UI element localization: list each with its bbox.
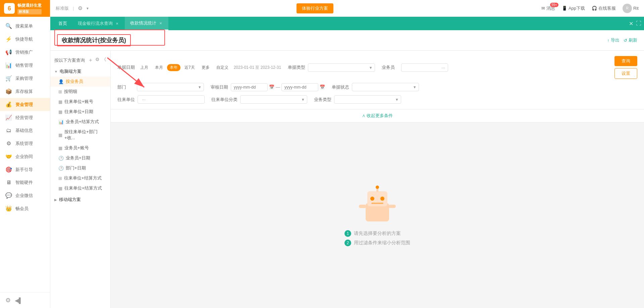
sidebar-item-system[interactable]: ⚙ 系统管理 [0, 137, 50, 150]
service-icon: 🎧 [592, 6, 597, 11]
shortcut-this-month[interactable]: 本月 [152, 64, 166, 71]
sidebar-item-hardware[interactable]: 🖥 智能硬件 [0, 176, 50, 189]
tabbar-actions: ✕ ⛶ [629, 20, 641, 27]
review-date-end[interactable] [281, 83, 318, 91]
sidebar-item-operation[interactable]: 📈 经营管理 [0, 111, 50, 124]
home-tab-label: 首页 [58, 20, 67, 27]
right-content: 单据日期 上月 本月 本年 近7天 更多 自定义 2023-01-01 至 20… [111, 51, 644, 308]
tab-bank-flow[interactable]: 现金银行流水查询 ✕ [72, 17, 125, 30]
counterpart-class-filter: 往来单位分类 ▾ [211, 95, 307, 104]
tab-home[interactable]: 首页 [53, 17, 72, 30]
counterpart-class-select[interactable]: ▾ [240, 95, 307, 104]
collapse-icon[interactable]: ◀▌ [15, 297, 22, 304]
tab-close-bank-flow[interactable]: ✕ [115, 21, 119, 26]
more-icon: ··· [441, 65, 445, 70]
app-download-button[interactable]: 📱 App下载 [562, 5, 585, 11]
svg-rect-4 [371, 203, 383, 204]
refresh-button[interactable]: ↺ 刷新 [624, 37, 637, 43]
refresh-icon: ↺ [624, 38, 627, 43]
scheme-label: 往来单位+日期 [64, 109, 93, 115]
hint-text-1: 请先选择要分析的方案 [354, 230, 401, 237]
sidebar-item-wechat[interactable]: 💬 企业微信 [0, 189, 50, 202]
fullscreen-icon[interactable]: ⛶ [636, 20, 641, 27]
scheme-by-salesperson[interactable]: 👤 按业务员 [50, 76, 110, 87]
calendar-icon1[interactable]: 📅 [269, 85, 274, 90]
scheme-counterpart-dept[interactable]: ▦ 按往来单位+部门+收... [50, 127, 110, 143]
sidebar-item-guide[interactable]: 🎯 新手引导 [0, 163, 50, 176]
salesperson-select[interactable]: ··· [401, 63, 448, 72]
expand-arrow: ▼ [54, 70, 58, 73]
sidebar-item-sales[interactable]: 📊 销售管理 [0, 59, 50, 72]
scheme-dept-date[interactable]: 🕐 部门+日期 [50, 163, 110, 173]
logo-icon: 6 [4, 3, 15, 14]
scheme-counterpart-date[interactable]: ▦ 往来单位+日期 [50, 107, 110, 117]
edition-badge: 标准版 [17, 9, 42, 14]
sidebar-item-search[interactable]: 🔍 搜索菜单 [0, 19, 50, 33]
tab-close-receipt-stat[interactable]: ✕ [158, 21, 163, 25]
close-all-icon[interactable]: ✕ [629, 20, 633, 27]
shortcut-last-month[interactable]: 上月 [138, 64, 151, 71]
scheme-by-detail[interactable]: ⊞ 按明细 [50, 87, 110, 97]
dropdown-icon[interactable]: ▾ [87, 6, 89, 11]
svg-point-6 [376, 186, 379, 189]
counterpart-select[interactable]: ··· [138, 95, 205, 104]
scheme-counterpart-settle2[interactable]: ▦ 往来单位+结算方式 [50, 183, 110, 193]
online-service-button[interactable]: 🎧 在线客服 [592, 5, 616, 11]
sidebar-item-label: 资金管理 [15, 102, 33, 108]
sidebar-item-member[interactable]: 👑 畅会员 [0, 202, 50, 215]
table-icon: ▦ [58, 99, 62, 104]
svg-point-2 [370, 197, 374, 201]
tab-receipt-stat[interactable]: 收款情况统计 ✕ [125, 17, 168, 30]
scheme-counterpart-account[interactable]: ▦ 往来单位+账号 [50, 97, 110, 107]
sidebar-item-inventory[interactable]: 📦 库存核算 [0, 85, 50, 98]
calendar-icon2[interactable]: 📅 [320, 85, 325, 90]
settings-button[interactable]: 设置 [614, 68, 637, 79]
sidebar-item-purchase[interactable]: 🛒 采购管理 [0, 72, 50, 85]
shortcut-custom[interactable]: 自定义 [214, 64, 231, 71]
shortcut-7days[interactable]: 近7天 [182, 64, 198, 71]
trial-button[interactable]: 体验行业方案 [297, 3, 333, 13]
sidebar: 6 畅捷通好生意 标准版 🔍 搜索菜单 ⚡ 快捷导航 📢 营销推广 📊 销售管理… [0, 0, 50, 308]
settings-icon[interactable]: ⚙ [5, 297, 11, 304]
finance-icon: 💰 [5, 101, 12, 108]
date-range-display: 2023-01-01 至 2023-12-31 [234, 65, 281, 70]
body-wrapper: 按以下方案查询 ＋ ⚙ 《 ▼ 电脑端方案 👤 按业务员 ⊞ [50, 51, 644, 308]
sidebar-item-enterprise[interactable]: 🤝 企业协同 [0, 150, 50, 163]
page-title: 收款情况统计(按业务员) [57, 34, 131, 46]
voucher-status-filter: 单据状态 ▾ [332, 83, 419, 91]
scheme-salesperson-account[interactable]: ▦ 业务员+账号 [50, 143, 110, 153]
collapse-scheme-icon[interactable]: 《 [102, 57, 106, 64]
shortcut-this-year[interactable]: 本年 [167, 64, 180, 71]
review-date-filter: 审核日期 📅 — 📅 [211, 83, 325, 91]
topbar: 标准版 | ⚙ ▾ 体验行业方案 ✉ 消息 99+ 📱 App下载 🎧 在线客服… [50, 0, 644, 17]
sidebar-item-label: 营销推广 [15, 49, 33, 55]
add-scheme-icon[interactable]: ＋ [88, 57, 93, 64]
message-button[interactable]: ✉ 消息 99+ [541, 5, 555, 11]
gear-icon[interactable]: ⚙ [78, 5, 83, 11]
desktop-group-title[interactable]: ▼ 电脑端方案 [50, 66, 110, 76]
settings-scheme-icon[interactable]: ⚙ [95, 57, 100, 64]
dept-select[interactable]: ▾ [137, 83, 204, 91]
svg-rect-1 [367, 191, 387, 206]
sidebar-item-finance[interactable]: 💰 资金管理 [0, 98, 50, 111]
mobile-scheme-group: ▶ 移动端方案 [50, 195, 110, 205]
sidebar-item-marketing[interactable]: 📢 营销推广 [0, 46, 50, 59]
hint-item-2: 2 用过滤条件来缩小分析范围 [344, 240, 410, 246]
mobile-group-title[interactable]: ▶ 移动端方案 [50, 195, 110, 205]
collapse-bar[interactable]: ∧ 收起更多条件 [111, 109, 644, 122]
scheme-counterpart-settle1[interactable]: ⊞ 往来单位+结算方式 [50, 173, 110, 183]
scheme-salesperson-date[interactable]: 🕐 业务员+日期 [50, 153, 110, 163]
breadcrumb: 标准版 [56, 5, 69, 11]
voucher-status-select[interactable]: ▾ [352, 83, 419, 91]
dots-icon[interactable]: ··· [142, 97, 146, 102]
sidebar-item-basic[interactable]: 🗂 基础信息 [0, 124, 50, 137]
voucher-type-select[interactable]: ▾ [308, 63, 375, 72]
review-date-start[interactable] [231, 83, 268, 91]
query-button[interactable]: 查询 [614, 56, 637, 66]
scheme-salesperson-settle[interactable]: 📊 业务员+结算方式 [50, 117, 110, 127]
business-type-select[interactable]: ▾ [334, 95, 401, 104]
export-button[interactable]: ↑ 导出 [607, 37, 620, 43]
user-area[interactable]: R Rit [623, 4, 639, 13]
sidebar-item-quick-nav[interactable]: ⚡ 快捷导航 [0, 33, 50, 46]
shortcut-more[interactable]: 更多 [199, 64, 212, 71]
